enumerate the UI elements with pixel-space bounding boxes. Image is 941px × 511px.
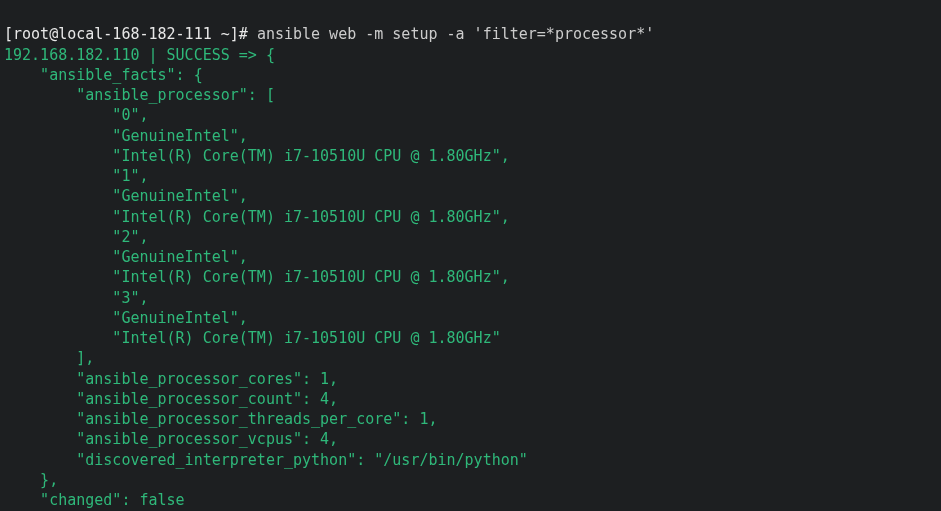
result-header: 192.168.182.110 | SUCCESS => { xyxy=(4,45,937,65)
ansible-processor-item: "GenuineIntel", xyxy=(4,308,937,328)
ansible-processor-item: "0", xyxy=(4,105,937,125)
fact-ansible_processor_vcpus: "ansible_processor_vcpus": 4, xyxy=(4,429,937,449)
ansible-facts-close: }, xyxy=(4,470,937,490)
ansible-processor-item: "3", xyxy=(4,288,937,308)
ansible-processor-item: "Intel(R) Core(TM) i7-10510U CPU @ 1.80G… xyxy=(4,328,937,348)
ansible-processor-item: "GenuineIntel", xyxy=(4,247,937,267)
ansible-processor-item: "Intel(R) Core(TM) i7-10510U CPU @ 1.80G… xyxy=(4,207,937,227)
ansible-processor-item: "Intel(R) Core(TM) i7-10510U CPU @ 1.80G… xyxy=(4,267,937,287)
ansible-processor-open: "ansible_processor": [ xyxy=(4,85,937,105)
fact-ansible_processor_count: "ansible_processor_count": 4, xyxy=(4,389,937,409)
fact-ansible_processor_cores: "ansible_processor_cores": 1, xyxy=(4,369,937,389)
ansible-processor-item: "2", xyxy=(4,227,937,247)
ansible-processor-item: "1", xyxy=(4,166,937,186)
terminal-output: [root@local-168-182-111 ~]# ansible web … xyxy=(4,24,937,511)
ansible-facts-open: "ansible_facts": { xyxy=(4,65,937,85)
fact-ansible_processor_threads_per_core: "ansible_processor_threads_per_core": 1, xyxy=(4,409,937,429)
prompt-line: [root@local-168-182-111 ~]# ansible web … xyxy=(4,24,937,44)
ansible-processor-item: "GenuineIntel", xyxy=(4,186,937,206)
ansible-processor-item: "Intel(R) Core(TM) i7-10510U CPU @ 1.80G… xyxy=(4,146,937,166)
fact-discovered_interpreter_python: "discovered_interpreter_python": "/usr/b… xyxy=(4,450,937,470)
changed-line: "changed": false xyxy=(4,490,937,510)
ansible-processor-item: "GenuineIntel", xyxy=(4,126,937,146)
ansible-processor-close: ], xyxy=(4,348,937,368)
